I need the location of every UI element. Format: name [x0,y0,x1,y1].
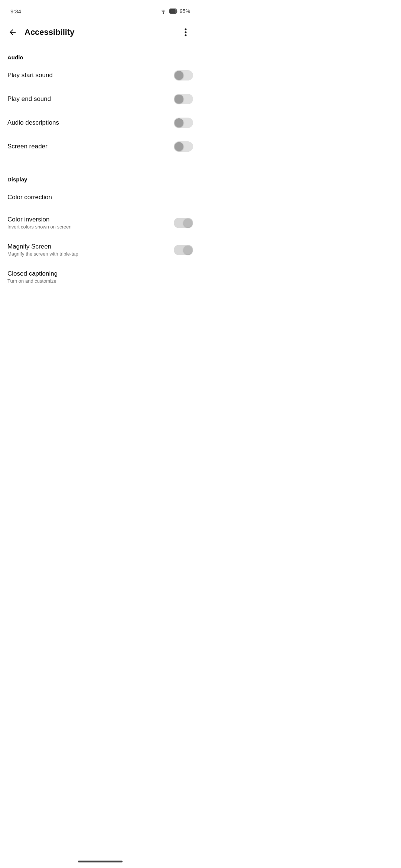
play-end-sound-label: Play end sound [7,95,51,103]
status-time: 9:34 [10,8,21,14]
color-correction-label: Color correction [7,194,52,201]
back-button[interactable] [4,23,22,41]
color-inversion-toggle[interactable] [174,218,193,228]
magnify-screen-label: Magnify Screen [7,243,78,250]
audio-descriptions-toggle[interactable] [174,118,193,128]
closed-captioning-sublabel: Turn on and customize [7,278,58,284]
audio-descriptions-item[interactable]: Audio descriptions [0,111,200,135]
wifi-icon [160,8,167,14]
magnify-screen-sublabel: Magnify the screen with triple-tap [7,251,78,257]
more-options-button[interactable] [177,23,195,41]
play-end-sound-item[interactable]: Play end sound [0,87,200,111]
more-icon [185,28,187,37]
section-display-header: Display [0,167,200,185]
audio-descriptions-label: Audio descriptions [7,119,59,126]
battery-icon [169,9,177,14]
closed-captioning-item[interactable]: Closed captioning Turn on and customize [0,263,200,290]
battery-percentage: 95% [180,8,190,14]
color-inversion-item[interactable]: Color inversion Invert colors shown on s… [0,209,200,236]
magnify-screen-toggle[interactable] [174,245,193,255]
svg-point-5 [185,34,187,36]
section-divider [0,158,200,167]
page-title: Accessibility [22,27,177,37]
back-icon [8,28,17,37]
closed-captioning-label: Closed captioning [7,270,58,277]
screen-reader-label: Screen reader [7,143,48,150]
toolbar: Accessibility [0,19,200,45]
status-icons: 95% [160,8,190,14]
color-inversion-sublabel: Invert colors shown on screen [7,224,72,230]
section-audio-header: Audio [0,45,200,63]
svg-rect-2 [170,9,176,13]
status-bar: 9:34 95% [0,0,200,19]
svg-point-0 [163,13,164,14]
play-start-sound-toggle[interactable] [174,70,193,80]
play-start-sound-label: Play start sound [7,72,53,79]
screen-reader-toggle[interactable] [174,141,193,152]
magnify-screen-item[interactable]: Magnify Screen Magnify the screen with t… [0,236,200,263]
play-end-sound-toggle[interactable] [174,94,193,104]
color-inversion-label: Color inversion [7,216,72,223]
svg-point-3 [185,29,187,30]
color-correction-item[interactable]: Color correction [0,185,200,209]
svg-point-4 [185,32,187,33]
screen-reader-item[interactable]: Screen reader [0,135,200,158]
play-start-sound-item[interactable]: Play start sound [0,63,200,87]
